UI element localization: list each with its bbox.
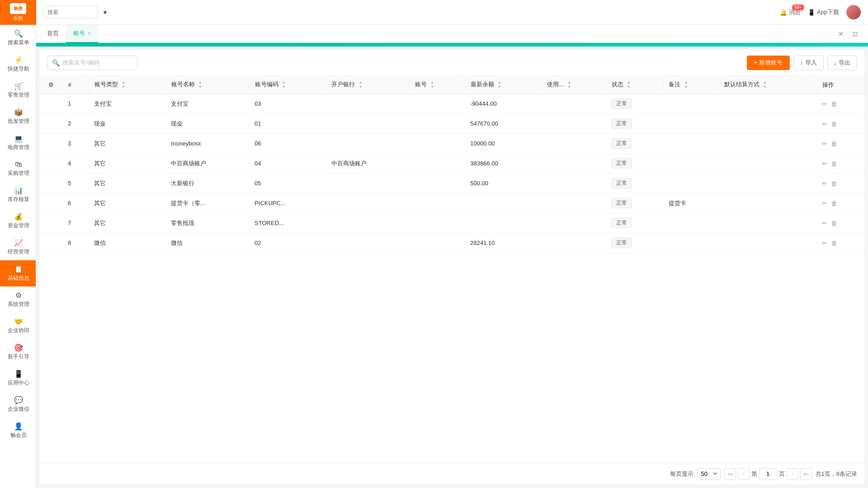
edit-icon-3[interactable]: ✏ — [822, 160, 827, 167]
row-settings-1[interactable] — [40, 114, 62, 134]
delete-icon-2[interactable]: 🗑 — [831, 140, 837, 147]
edit-icon-2[interactable]: ✏ — [822, 140, 827, 147]
row-default-payment-5 — [718, 193, 816, 213]
default-payment-column-header[interactable]: 默认结算方式 ▲▼ — [718, 76, 816, 94]
export-button[interactable]: ↓ 导出 — [827, 56, 858, 70]
row-remark-0 — [663, 94, 719, 114]
account-column-header[interactable]: 账号 ▲▼ — [410, 76, 465, 94]
row-settings-4[interactable] — [40, 174, 62, 193]
row-type-7: 微信 — [89, 233, 165, 253]
search-placeholder: 搜索名号/编码 — [62, 59, 99, 67]
sidebar-label-finance: 资金管理 — [8, 222, 29, 230]
app-download-button[interactable]: 📱 App下载 — [808, 8, 839, 16]
row-type-0: 支付宝 — [89, 94, 165, 114]
status-column-header[interactable]: 状态 ▲▼ — [606, 76, 663, 94]
user-avatar[interactable] — [846, 5, 861, 19]
appcenter-icon: 📱 — [14, 370, 23, 378]
sidebar-item-member[interactable]: 👤 畅会员 — [0, 418, 36, 444]
table-body: 1 支付宝 支付宝 03 -90444.00 正常 ✏ 🗑 2 现金 现金 01… — [40, 94, 864, 253]
sidebar-item-wechat[interactable]: 💬 企业微信 — [0, 391, 36, 418]
name-column-header[interactable]: 账号名称 ▲▼ — [165, 76, 249, 94]
usage-column-header[interactable]: 使用... ▲▼ — [542, 76, 606, 94]
row-balance-0: -90444.00 — [465, 94, 542, 114]
edit-icon-6[interactable]: ✏ — [822, 220, 827, 227]
row-bank-3: 中百商场账户 — [326, 154, 410, 174]
edit-icon-4[interactable]: ✏ — [822, 180, 827, 187]
page-size-select[interactable]: 50 10 20 100 — [697, 468, 721, 480]
message-button[interactable]: 🔔 消息 99+ — [780, 8, 801, 16]
row-remark-2 — [663, 134, 719, 154]
row-index-0: 1 — [62, 94, 89, 114]
delete-icon-3[interactable]: 🗑 — [831, 160, 837, 167]
search-box[interactable]: 🔍 搜索名号/编码 — [47, 56, 137, 70]
last-page-button[interactable]: ⏭ — [800, 468, 812, 480]
row-default-payment-0 — [718, 94, 816, 114]
sidebar-item-wholesale[interactable]: 📦 批发管理 — [0, 103, 36, 130]
row-usage-6 — [542, 213, 606, 233]
row-settings-0[interactable] — [40, 94, 62, 114]
sidebar-item-search[interactable]: 🔍 搜索菜单 — [0, 25, 36, 51]
sidebar-item-purchase[interactable]: 🛍 采购管理 — [0, 156, 36, 182]
delete-icon-1[interactable]: 🗑 — [831, 120, 837, 127]
teal-accent-bar — [36, 43, 868, 47]
sidebar-item-ecommerce[interactable]: 💻 电商管理 — [0, 130, 36, 156]
sidebar-item-agreement[interactable]: 🤝 企业协同 — [0, 313, 36, 339]
delete-icon-4[interactable]: 🗑 — [831, 180, 837, 187]
import-button[interactable]: ↑ 导入 — [793, 56, 824, 70]
maximize-window-button[interactable]: ⊡ — [850, 28, 861, 39]
row-settings-5[interactable] — [40, 193, 62, 213]
code-column-header[interactable]: 账号编码 ▲▼ — [249, 76, 326, 94]
row-usage-0 — [542, 94, 606, 114]
delete-icon-0[interactable]: 🗑 — [831, 100, 837, 108]
sidebar-item-inventory[interactable]: 📊 库存核算 — [0, 182, 36, 208]
add-account-button[interactable]: + 新增账号 — [747, 56, 790, 70]
agreement-icon: 🤝 — [14, 317, 23, 326]
edit-icon-1[interactable]: ✏ — [822, 120, 827, 127]
sidebar-item-operations[interactable]: 📈 经营管理 — [0, 234, 36, 260]
edit-icon-5[interactable]: ✏ — [822, 200, 827, 207]
row-balance-2: 10000.00 — [465, 134, 542, 154]
sidebar-label-search: 搜索菜单 — [8, 39, 29, 47]
header-dropdown[interactable]: ▼ — [102, 9, 108, 16]
row-settings-7[interactable] — [40, 233, 62, 253]
page-number-input[interactable] — [759, 468, 777, 480]
settings-column-header[interactable]: ⚙ — [40, 76, 62, 94]
close-window-button[interactable]: ✕ — [835, 28, 846, 39]
table-row: 3 其它 moneybosx 06 10000.00 正常 ✏ 🗑 — [40, 134, 864, 154]
row-usage-2 — [542, 134, 606, 154]
row-default-payment-4 — [718, 174, 816, 193]
row-settings-6[interactable] — [40, 213, 62, 233]
sidebar-item-system[interactable]: ⚙ 系统管理 — [0, 286, 36, 313]
sidebar-label-member: 畅会员 — [10, 432, 27, 439]
balance-column-header[interactable]: 最新余额 ▲▼ — [465, 76, 542, 94]
edit-icon-7[interactable]: ✏ — [822, 239, 827, 247]
tab-close-account[interactable]: × — [88, 30, 91, 37]
row-usage-4 — [542, 174, 606, 193]
sidebar-item-finance[interactable]: 💰 资金管理 — [0, 208, 36, 234]
delete-icon-7[interactable]: 🗑 — [831, 239, 837, 247]
first-page-button[interactable]: ⏮ — [724, 468, 736, 480]
type-column-header[interactable]: 账号类型 ▲▼ — [89, 76, 165, 94]
toolbar-left: 🔍 搜索名号/编码 — [47, 56, 137, 70]
sidebar-item-retail[interactable]: 🛒 零售管理 — [0, 77, 36, 103]
content-area: 🔍 搜索名号/编码 + 新增账号 ↑ 导入 ↓ 导出 — [36, 47, 868, 488]
sidebar-item-basic[interactable]: 📋 基础信息 — [0, 260, 36, 286]
row-settings-2[interactable] — [40, 134, 62, 154]
sidebar-item-quicknav[interactable]: ⚡ 快捷导航 — [0, 51, 36, 77]
top-search-input[interactable] — [43, 6, 98, 19]
avatar-image — [846, 5, 861, 19]
sidebar-item-guide[interactable]: 🎯 新手引导 — [0, 339, 36, 365]
tab-account[interactable]: 账号× — [66, 25, 98, 43]
bank-column-header[interactable]: 开户银行 ▲▼ — [326, 76, 410, 94]
row-balance-5 — [465, 193, 542, 213]
delete-icon-5[interactable]: 🗑 — [831, 200, 837, 207]
sidebar-item-appcenter[interactable]: 📱 应用中心 — [0, 365, 36, 391]
edit-icon-0[interactable]: ✏ — [822, 100, 827, 108]
row-settings-3[interactable] — [40, 154, 62, 174]
prev-page-button[interactable]: ‹ — [738, 468, 750, 480]
delete-icon-6[interactable]: 🗑 — [831, 220, 837, 227]
tab-home[interactable]: 首页 — [40, 25, 66, 43]
remark-column-header[interactable]: 备注 ▲▼ — [663, 76, 719, 94]
next-page-button[interactable]: › — [787, 468, 798, 480]
page-goto-label: 第 — [751, 470, 757, 478]
